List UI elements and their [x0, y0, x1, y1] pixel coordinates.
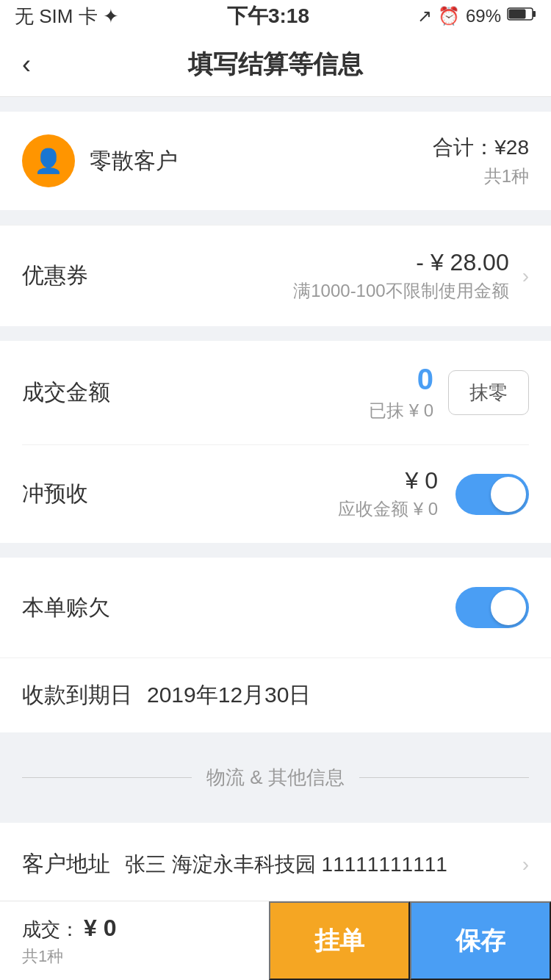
coupon-desc: 满1000-100不限制使用金额: [293, 279, 508, 303]
prepay-label: 冲预收: [22, 479, 88, 509]
page-title: 填写结算等信息: [188, 48, 363, 82]
status-right: ↗ ⏰ 69%: [417, 6, 536, 26]
due-date-label: 收款到期日: [22, 680, 132, 710]
main-content: 👤 零散客户 合计：¥28 共1种 优惠券 - ¥ 28.00 满1000-10…: [0, 112, 551, 980]
coupon-discount: - ¥ 28.00: [293, 249, 508, 276]
prepay-toggle[interactable]: [455, 474, 529, 515]
bottom-deal-row: 成交： ¥ 0: [22, 915, 247, 943]
prepay-sub-label: 应收金额 ¥ 0: [338, 497, 438, 521]
coupon-right-col: - ¥ 28.00 满1000-100不限制使用金额: [293, 249, 508, 303]
due-date-row: 收款到期日 2019年12月30日: [0, 657, 551, 732]
save-button[interactable]: 保存: [410, 901, 551, 980]
round-button[interactable]: 抹零: [448, 370, 529, 415]
customer-name: 零散客户: [90, 146, 178, 176]
prepay-right: ¥ 0 应收金额 ¥ 0: [338, 467, 529, 521]
amount-label: 成交金额: [22, 378, 110, 408]
coupon-row[interactable]: 优惠券 - ¥ 28.00 满1000-100不限制使用金额 ›: [0, 225, 551, 326]
credit-section: 本单赊欠 收款到期日 2019年12月30日: [0, 558, 551, 732]
address-chevron-icon: ›: [522, 853, 529, 876]
sim-status: 无 SIM 卡 ✦: [15, 4, 119, 29]
bottom-bar: 成交： ¥ 0 共1种 挂单 保存: [0, 901, 551, 980]
status-time: 下午3:18: [227, 2, 309, 30]
address-row[interactable]: 客户地址 张三 海淀永丰科技园 11111111111 ›: [0, 823, 551, 906]
rounded-label: 已抹 ¥ 0: [369, 399, 433, 422]
address-value: 张三 海淀永丰科技园 11111111111: [125, 851, 516, 879]
customer-section: 👤 零散客户 合计：¥28 共1种: [0, 112, 551, 210]
svg-rect-2: [509, 10, 526, 19]
customer-total: 合计：¥28: [433, 134, 529, 162]
logistics-divider-right: [359, 777, 529, 778]
prepay-col: ¥ 0 应收金额 ¥ 0: [338, 467, 438, 521]
address-label: 客户地址: [22, 849, 110, 879]
svg-rect-1: [533, 11, 536, 17]
credit-label: 本单赊欠: [22, 593, 110, 623]
address-section: 客户地址 张三 海淀永丰科技园 11111111111 ›: [0, 823, 551, 906]
avatar-icon: 👤: [34, 147, 63, 175]
logistics-header: 物流 & 其他信息: [0, 747, 551, 808]
logistics-divider-left: [22, 777, 192, 778]
toggle-circle: [491, 477, 526, 512]
direction-icon: ↗: [417, 6, 432, 26]
due-date-value[interactable]: 2019年12月30日: [147, 680, 311, 710]
credit-toggle-circle: [491, 590, 526, 625]
alarm-icon: ⏰: [438, 6, 460, 26]
logistics-label: 物流 & 其他信息: [192, 765, 359, 790]
customer-left: 👤 零散客户: [22, 134, 178, 187]
amount-right: 0 已抹 ¥ 0 抹零: [369, 363, 529, 422]
status-bar: 无 SIM 卡 ✦ 下午3:18 ↗ ⏰ 69%: [0, 0, 551, 32]
chevron-right-icon: ›: [522, 264, 529, 288]
amount-value[interactable]: 0: [369, 363, 433, 396]
credit-toggle[interactable]: [455, 587, 529, 628]
bottom-info: 成交： ¥ 0 共1种: [0, 901, 269, 980]
amount-col: 0 已抹 ¥ 0: [369, 363, 433, 422]
bottom-count: 共1种: [22, 945, 247, 968]
battery-icon: [507, 6, 536, 26]
prepay-value: ¥ 0: [338, 467, 438, 494]
customer-count: 共1种: [433, 165, 529, 188]
customer-row: 👤 零散客户 合计：¥28 共1种: [0, 112, 551, 210]
coupon-right: - ¥ 28.00 满1000-100不限制使用金额 ›: [293, 249, 529, 303]
customer-avatar: 👤: [22, 134, 75, 187]
transaction-amount-row: 成交金额 0 已抹 ¥ 0 抹零: [22, 341, 529, 445]
bottom-deal-label: 成交：: [22, 917, 79, 943]
pending-button[interactable]: 挂单: [269, 901, 410, 980]
battery-level: 69%: [466, 6, 501, 26]
bottom-deal-amount: ¥ 0: [84, 915, 116, 942]
customer-right: 合计：¥28 共1种: [433, 134, 529, 188]
status-left: 无 SIM 卡 ✦: [15, 4, 119, 29]
back-button[interactable]: ‹: [22, 49, 31, 80]
nav-bar: ‹ 填写结算等信息: [0, 32, 551, 97]
coupon-section: 优惠券 - ¥ 28.00 满1000-100不限制使用金额 ›: [0, 225, 551, 326]
coupon-label: 优惠券: [22, 261, 88, 291]
prepay-row: 冲预收 ¥ 0 应收金额 ¥ 0: [22, 445, 529, 543]
credit-row: 本单赊欠: [0, 558, 551, 657]
logistics-section: 物流 & 其他信息: [0, 747, 551, 808]
amount-section: 成交金额 0 已抹 ¥ 0 抹零 冲预收 ¥ 0 应收金额 ¥ 0: [0, 341, 551, 543]
